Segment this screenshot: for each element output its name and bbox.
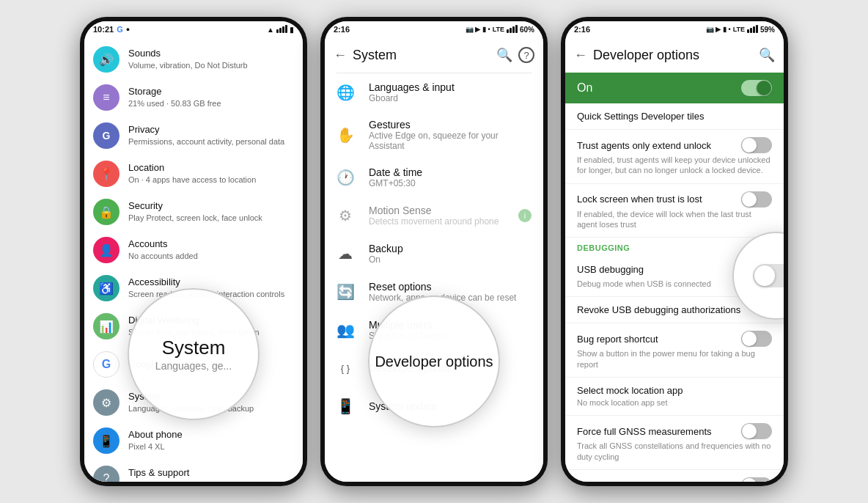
accessibility-icon: ♿ [93, 275, 119, 301]
digital-wellbeing-icon: 📊 [93, 313, 119, 339]
dev-item-view-attr[interactable]: Enable view attribute inspection [565, 470, 784, 482]
privacy-text: Privacy Permissions, account activity, p… [128, 124, 294, 147]
trust-agents-toggle[interactable] [741, 137, 772, 153]
system-icon: ⚙ [93, 389, 119, 416]
dev-item-usb-debugging[interactable]: USB debugging Debug mode when USB is con… [565, 254, 784, 297]
settings-item-about[interactable]: 📱 About phone Pixel 4 XL [84, 422, 303, 460]
system-item-languages[interactable]: 🌐 Languages & input Gboard [325, 73, 543, 111]
trust-agents-knob [742, 138, 757, 153]
gnss-toggle[interactable] [741, 423, 772, 439]
sounds-text: Sounds Volume, vibration, Do Not Disturb [128, 48, 294, 70]
motion-title: Motion Sense [369, 205, 504, 216]
magnifier-system-sub: Languages, ge... [155, 360, 232, 372]
dev-item-lock-screen[interactable]: Lock screen when trust is lost If enable… [565, 184, 784, 238]
lock-screen-toggle[interactable] [741, 191, 772, 208]
motion-icon: ⚙ [336, 207, 354, 224]
lock-screen-knob [742, 192, 757, 207]
sounds-icon: 🔊 [93, 46, 119, 73]
backup-icon: ☁ [336, 245, 354, 262]
system-item-gestures[interactable]: ✋ Gestures Active Edge on, squeeze for y… [325, 111, 543, 158]
toolbar-3: ← Developer options 🔍 [565, 37, 784, 73]
about-icon: 📱 [93, 427, 119, 454]
tips-sub: Help articles, phone & chat, getting sta… [128, 480, 294, 482]
users-icon: 👥 [336, 321, 354, 339]
usb-big-knob [754, 265, 775, 286]
storage-text: Storage 21% used · 50.83 GB free [128, 86, 294, 109]
phone-2: 2:16 📷 ▶ ▮ • LTE 60% ← System 🔍 ? 🌐 [320, 17, 548, 486]
lock-screen-sub: If enabled, the device will lock when th… [577, 209, 772, 230]
dev-on-bar: On [565, 73, 784, 103]
toolbar-2: ← System 🔍 ? [325, 37, 543, 73]
reset-title: Reset options [369, 281, 532, 293]
settings-item-privacy[interactable]: G Privacy Permissions, account activity,… [84, 117, 303, 155]
system-item-motion[interactable]: ⚙ Motion Sense Detects movement around p… [325, 197, 543, 235]
lock-screen-title: Lock screen when trust is lost [577, 194, 735, 205]
privacy-sub: Permissions, account activity, personal … [128, 136, 294, 147]
datetime-icon: 🕐 [336, 169, 354, 186]
languages-title: Languages & input [369, 81, 532, 93]
security-title: Security [128, 200, 294, 213]
dev-on-label: On [577, 81, 592, 95]
dev-item-mock-location[interactable]: Select mock location app No mock locatio… [565, 378, 784, 416]
dev-item-trust-agents[interactable]: Trust agents only extend unlock If enabl… [565, 130, 784, 184]
signal-icon-1 [276, 25, 287, 34]
bug-report-sub: Show a button in the power menu for taki… [577, 348, 772, 370]
reset-icon: 🔄 [336, 283, 354, 301]
accounts-text: Accounts No accounts added [128, 238, 294, 261]
settings-item-location[interactable]: 📍 Location On · 4 apps have access to lo… [84, 155, 303, 193]
security-sub: Play Protect, screen lock, face unlock [128, 213, 294, 223]
status-left-2: 2:16 [334, 25, 350, 34]
settings-item-security[interactable]: 🔒 Security Play Protect, screen lock, fa… [84, 193, 303, 231]
settings-item-storage[interactable]: ≡ Storage 21% used · 50.83 GB free [84, 78, 303, 117]
wifi-icon-1: ▲ [267, 26, 274, 34]
bug-report-toggle[interactable] [741, 331, 772, 347]
update-icon: 📱 [336, 397, 354, 415]
location-title: Location [128, 162, 294, 175]
status-left-3: 2:16 [574, 25, 590, 34]
search-button-3[interactable]: 🔍 [759, 47, 775, 63]
signal-3 [747, 25, 758, 34]
system-item-backup[interactable]: ☁ Backup On [325, 235, 543, 273]
back-button-2[interactable]: ← [334, 48, 347, 63]
view-attr-toggle[interactable] [741, 477, 772, 482]
google-icon: G [93, 351, 119, 378]
status-left-1: 10:21 G ● [93, 25, 130, 34]
status-icons-3: 📷 ▶ ▮ • [706, 26, 731, 33]
mock-location-title: Select mock location app [577, 385, 772, 396]
settings-item-tips[interactable]: ? Tips & support Help articles, phone & … [84, 460, 303, 482]
mock-location-sub: No mock location app set [577, 397, 772, 408]
magnifier-dev-title: Developer options [375, 353, 493, 370]
datetime-sub: GMT+05:30 [369, 178, 532, 188]
status-bar-1: 10:21 G ● ▲ ▮ [84, 21, 303, 37]
lte-icon-3: LTE [733, 26, 745, 33]
system-magnifier: System Languages, ge... [128, 288, 260, 420]
search-button-2[interactable]: 🔍 [496, 47, 512, 63]
toolbar-title-3: Developer options [593, 48, 753, 63]
location-text: Location On · 4 apps have access to loca… [128, 162, 294, 185]
accounts-sub: No accounts added [128, 251, 294, 261]
help-button-2[interactable]: ? [518, 47, 534, 63]
status-right-2: 📷 ▶ ▮ • LTE 60% [466, 25, 534, 34]
settings-item-sounds[interactable]: 🔊 Sounds Volume, vibration, Do Not Distu… [84, 40, 303, 78]
usb-toggle-big [753, 264, 784, 287]
settings-item-accounts[interactable]: 👤 Accounts No accounts added [84, 231, 303, 269]
security-icon: 🔒 [93, 199, 119, 225]
system-item-datetime[interactable]: 🕐 Date & time GMT+05:30 [325, 158, 543, 197]
back-button-3[interactable]: ← [574, 48, 587, 63]
dev-item-bug-report[interactable]: Bug report shortcut Show a button in the… [565, 323, 784, 378]
about-text: About phone Pixel 4 XL [128, 429, 294, 452]
motion-sub: Detects movement around phone [369, 216, 504, 227]
phone-3: 2:16 📷 ▶ ▮ • LTE 59% ← Developer options… [561, 17, 788, 486]
storage-sub: 21% used · 50.83 GB free [128, 98, 294, 109]
gestures-title: Gestures [369, 119, 532, 131]
phone-1: 10:21 G ● ▲ ▮ 🔊 Sounds Volume, vibration… [80, 17, 307, 486]
dev-item-quick-settings[interactable]: Quick Settings Developer tiles [565, 103, 784, 130]
datetime-text: Date & time GMT+05:30 [369, 166, 532, 188]
backup-text: Backup On [369, 243, 532, 265]
bug-report-title: Bug report shortcut [577, 334, 735, 345]
dev-on-knob [757, 81, 771, 95]
battery-pct-2: 60% [520, 26, 534, 34]
dev-on-toggle[interactable] [741, 80, 772, 96]
dev-item-gnss[interactable]: Force full GNSS measurements Track all G… [565, 416, 784, 470]
languages-text: Languages & input Gboard [369, 81, 532, 103]
